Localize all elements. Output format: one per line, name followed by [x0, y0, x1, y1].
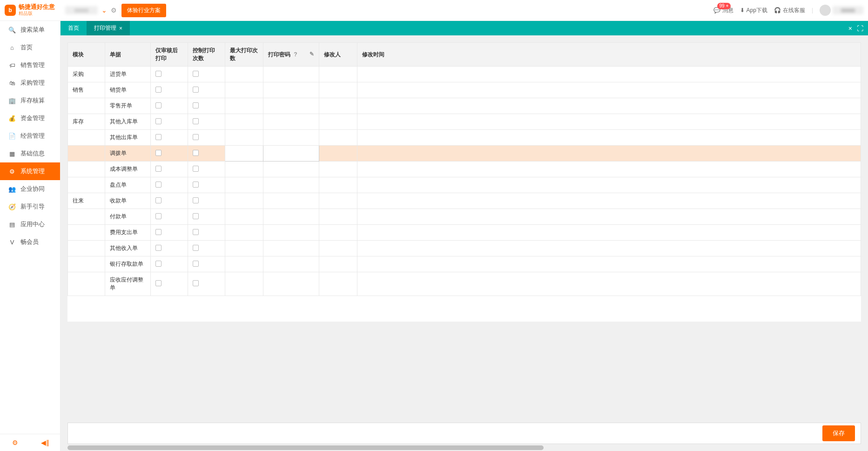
tenant-selector[interactable]: xxxxx ⌄ ⚙ [65, 6, 117, 14]
online-service-label: 在线客服 [783, 7, 805, 14]
avatar [820, 5, 831, 16]
header-right: 99 + 💬 消息 ⬇ App下载 🎧 在线客服 | xxxxx [713, 5, 863, 16]
chevron-down-icon: ⌄ [101, 7, 107, 14]
logo[interactable]: b 畅捷通好生意 精品版 [5, 4, 61, 17]
industry-plan-button[interactable]: 体验行业方案 [121, 4, 166, 17]
tenant-name-blurred: xxxxx [65, 6, 98, 14]
top-header: b 畅捷通好生意 精品版 xxxxx ⌄ ⚙ 体验行业方案 99 + 💬 消息 … [0, 0, 868, 21]
download-icon: ⬇ [740, 7, 745, 13]
brand-name: 畅捷通好生意 [19, 4, 55, 10]
app-download-label: App下载 [747, 7, 767, 14]
username-blurred: xxxxx [833, 6, 863, 14]
messages-button[interactable]: 99 + 💬 消息 [713, 7, 733, 14]
online-service-button[interactable]: 🎧 在线客服 [774, 7, 805, 14]
brand-edition: 精品版 [19, 10, 55, 17]
messages-badge: 99 + [717, 3, 731, 9]
gear-icon[interactable]: ⚙ [111, 7, 117, 14]
logo-icon: b [5, 5, 16, 16]
headset-icon: 🎧 [774, 7, 781, 13]
user-menu[interactable]: xxxxx [820, 5, 863, 16]
app-download-button[interactable]: ⬇ App下载 [740, 7, 767, 14]
